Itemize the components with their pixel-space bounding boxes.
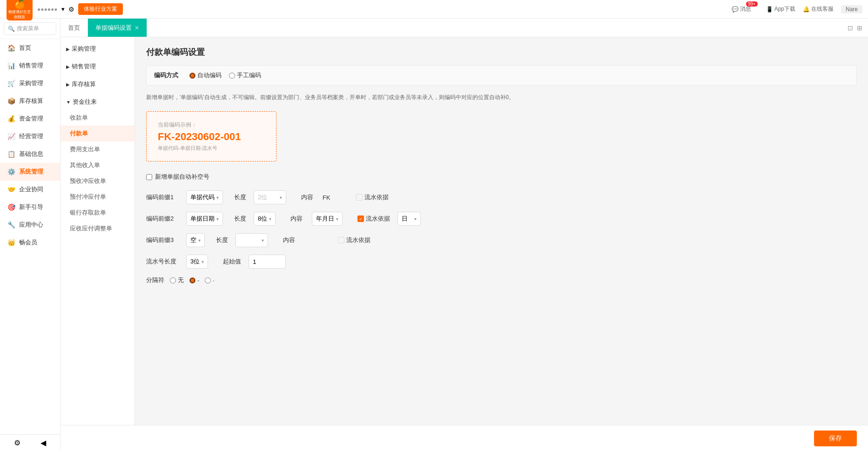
arrow-inventory: ▶ (66, 82, 70, 87)
prefix1-arrow: ▾ (216, 195, 219, 200)
separator-dot-radio[interactable] (189, 277, 195, 283)
online-service-label: 在线客服 (811, 5, 834, 13)
separator-dot-option[interactable]: - (189, 277, 199, 284)
operations-icon: 📈 (7, 133, 15, 140)
sidebar-item-system[interactable]: ⚙️ 系统管理 (0, 163, 60, 181)
serial-length-arrow: ▾ (202, 259, 204, 264)
sidebar-label-enterprise: 企业协同 (19, 185, 43, 194)
dropdown-arrow[interactable]: ▾ (61, 6, 65, 13)
sub-label-purchase: 采购管理 (72, 45, 96, 53)
settings-bottom-icon[interactable]: ⚙ (14, 438, 20, 447)
secondary-sidebar: ▶ 采购管理 ▶ 销售管理 ▶ 库存核算 (61, 37, 135, 425)
prefix3-serial-row[interactable]: 流水依据 (338, 236, 370, 244)
user-info[interactable]: Nare (841, 5, 862, 13)
app-download-btn[interactable]: 📱 App下载 (766, 5, 795, 13)
sub-label-inventory: 库存核算 (72, 80, 96, 88)
sidebar-item-inventory[interactable]: 📦 库存核算 (0, 92, 60, 110)
sidebar-item-sales[interactable]: 📊 销售管理 (0, 57, 60, 74)
prefix2-select[interactable]: 单据日期 ▾ (186, 212, 223, 226)
manual-coding-label: 手工编码 (237, 71, 261, 80)
prefix2-serial-checkbox[interactable]: ✓ (357, 215, 364, 222)
sub-item-other-income-label: 其他收入单 (70, 162, 100, 168)
serial-length-select[interactable]: 3位 ▾ (186, 255, 208, 269)
preview-sub: 单据代码-单据日期-流水号 (158, 145, 265, 152)
prefix1-content-val: FK (323, 194, 341, 201)
sub-item-payment[interactable]: 付款单 (61, 126, 135, 141)
sidebar-item-enterprise[interactable]: 🤝 企业协同 (0, 181, 60, 198)
prefix2-period-select[interactable]: 日 ▾ (397, 212, 421, 226)
header-left: 🍊 畅捷通好生意 旗舰版 ●●●●●● ▾ ⚙ 体验行业方案 (6, 1, 123, 18)
collapse-icon[interactable]: ◀ (40, 438, 46, 447)
home-icon: 🏠 (7, 44, 15, 52)
sidebar-item-guide[interactable]: 🎯 新手引导 (0, 198, 60, 216)
prefix1-serial-checkbox[interactable] (356, 194, 363, 201)
experience-btn[interactable]: 体验行业方案 (78, 3, 123, 15)
tab-home[interactable]: 首页 (61, 19, 88, 37)
sub-item-bank[interactable]: 银行存取款单 (61, 205, 135, 221)
tab-close-icon[interactable]: ✕ (135, 25, 139, 31)
prefix2-content-select[interactable]: 年月日 ▾ (312, 212, 343, 226)
sub-header-sales[interactable]: ▶ 销售管理 (61, 59, 135, 74)
sub-item-adjust[interactable]: 应收应付调整单 (61, 221, 135, 236)
tab-encoding[interactable]: 单据编码设置 ✕ (88, 19, 147, 37)
message-btn[interactable]: 💬 消息 99+ (732, 5, 751, 13)
tab-expand-icon[interactable]: ⊞ (857, 24, 862, 32)
serial-length-label: 流水号长度 (146, 257, 179, 266)
separator-dash-radio[interactable] (205, 277, 211, 283)
tab-actions: ⊡ ⊞ (842, 19, 868, 37)
start-value-input[interactable] (249, 255, 286, 269)
sidebar-label-home: 首页 (19, 44, 31, 52)
tab-minimize-icon[interactable]: ⊡ (848, 24, 853, 32)
arrow-capital: ▼ (66, 100, 71, 105)
auto-coding-radio[interactable] (189, 73, 195, 79)
separator-dash-label: · (213, 277, 215, 284)
sidebar-item-operations[interactable]: 📈 经营管理 (0, 128, 60, 145)
sub-header-inventory[interactable]: ▶ 库存核算 (61, 76, 135, 92)
prefix3-content-label: 内容 (283, 236, 295, 244)
prefix3-select[interactable]: 空 ▾ (186, 233, 205, 247)
sub-header-purchase[interactable]: ▶ 采购管理 (61, 41, 135, 57)
separator-dash-option[interactable]: · (205, 277, 215, 284)
sidebar-item-member[interactable]: 👑 畅会员 (0, 234, 60, 251)
sidebar-item-appcenter[interactable]: 🔧 应用中心 (0, 216, 60, 234)
prefix1-serial-row[interactable]: 流水依据 (356, 193, 389, 202)
prefix3-label: 编码前缀3 (146, 236, 179, 244)
sub-header-capital[interactable]: ▼ 资金往来 (61, 94, 135, 110)
save-button[interactable]: 保存 (814, 431, 857, 446)
sidebar-item-purchase[interactable]: 🛒 采购管理 (0, 74, 60, 92)
sub-item-expense[interactable]: 费用支出单 (61, 141, 135, 157)
online-service-btn[interactable]: 🔔 在线客服 (803, 5, 834, 13)
prefix3-serial-checkbox[interactable] (338, 237, 344, 243)
settings-icon[interactable]: ⚙ (68, 6, 74, 13)
separator-none-radio[interactable] (170, 277, 176, 283)
prefix2-length-select[interactable]: 8位 ▾ (254, 212, 276, 226)
sub-group-inventory: ▶ 库存核算 (61, 76, 135, 92)
arrow-sales: ▶ (66, 64, 70, 69)
manual-coding-radio[interactable] (229, 73, 235, 79)
guide-icon: 🎯 (7, 203, 15, 211)
sidebar-search[interactable]: 🔍 搜索菜单 (0, 19, 60, 39)
basic-icon: 📋 (7, 150, 15, 158)
coding-method-row: 编码方式 自动编码 手工编码 (146, 65, 857, 86)
auto-coding-option[interactable]: 自动编码 (189, 71, 222, 80)
prefix2-arrow: ▾ (216, 216, 219, 222)
separator-none-option[interactable]: 无 (170, 276, 184, 284)
sidebar-item-basic[interactable]: 📋 基础信息 (0, 145, 60, 163)
search-menu-btn[interactable]: 🔍 搜索菜单 (4, 22, 56, 35)
service-icon: 🔔 (803, 6, 810, 13)
sub-item-prereceipt[interactable]: 预收冲应收单 (61, 173, 135, 189)
sub-item-other-income[interactable]: 其他收入单 (61, 157, 135, 173)
sub-item-receipt[interactable]: 收款单 (61, 110, 135, 126)
manual-coding-option[interactable]: 手工编码 (229, 71, 261, 80)
sidebar-item-finance[interactable]: 💰 资金管理 (0, 110, 60, 128)
tab-bar: 首页 单据编码设置 ✕ ⊡ ⊞ (61, 19, 868, 37)
auto-fill-checkbox[interactable] (146, 174, 152, 180)
prefix2-serial-row[interactable]: ✓ 流水依据 (357, 215, 390, 223)
app-logo: 🍊 畅捷通好生意 旗舰版 (6, 1, 34, 18)
prefix1-select[interactable]: 单据代码 ▾ (186, 190, 223, 204)
sidebar-item-home[interactable]: 🏠 首页 (0, 39, 60, 57)
sidebar-label-sales: 销售管理 (19, 61, 43, 70)
search-icon: 🔍 (8, 26, 15, 32)
prefix3-value: 空 (190, 236, 196, 244)
sub-item-prepayment[interactable]: 预付冲应付单 (61, 189, 135, 205)
